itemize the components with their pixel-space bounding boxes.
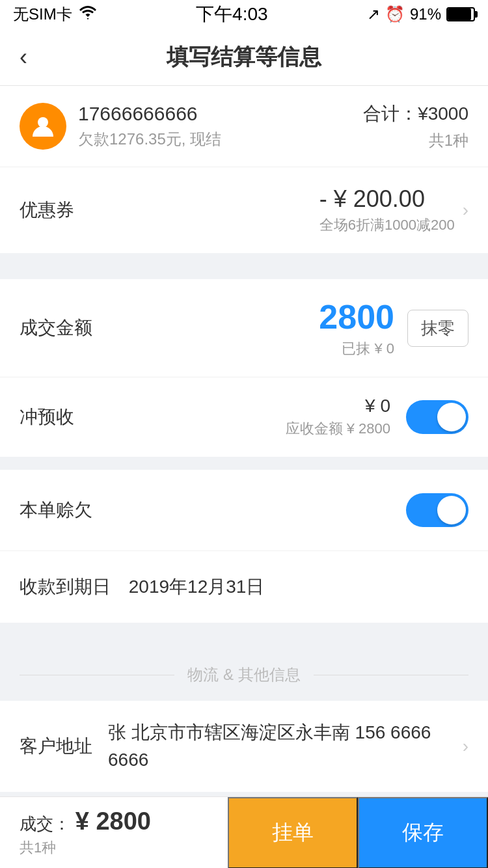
customer-card: 17666666666 欠款1276.35元, 现结 合计：¥3000 共1种 … (0, 86, 488, 253)
customer-phone: 17666666666 (78, 103, 221, 125)
customer-debt: 欠款1276.35元, 现结 (78, 129, 221, 150)
location-icon: ↗ (367, 5, 380, 23)
svg-point-0 (38, 117, 48, 128)
bottom-amount: ¥ 2800 (75, 807, 151, 835)
debt-card: 本单赊欠 收款到期日 2019年12月31日 (0, 470, 488, 623)
due-date-label: 收款到期日 (20, 576, 111, 597)
total-amount: 合计：¥3000 (363, 102, 468, 126)
back-button[interactable]: ‹ (20, 44, 27, 71)
prepaid-values: ¥ 0 应收金额 ¥ 2800 (286, 396, 390, 439)
debt-toggle[interactable] (406, 493, 468, 527)
status-bar-right: ↗ ⏰ 91% (367, 5, 475, 23)
customer-total: 合计：¥3000 共1种 (363, 102, 468, 151)
section-divider-3 (0, 636, 488, 649)
address-value: 张 北京市市辖区海淀区永丰南 156 6666 6666 (108, 719, 463, 774)
battery-percent: 91% (410, 5, 441, 23)
transaction-value: 2800 (319, 297, 394, 336)
amount-section: 成交金额 2800 已抹 ¥ 0 抹零 冲预收 ¥ 0 应收金额 ¥ 2800 (0, 279, 488, 457)
coupon-right: - ¥ 200.00 全场6折满1000减200 › (319, 185, 468, 235)
transaction-right: 2800 已抹 ¥ 0 抹零 (319, 297, 468, 359)
logistics-divider: 物流 & 其他信息 (0, 649, 488, 701)
prepaid-row: 冲预收 ¥ 0 应收金额 ¥ 2800 (0, 377, 488, 457)
save-button[interactable]: 保存 (358, 797, 488, 869)
debt-toggle-knob (437, 496, 466, 524)
debt-row: 本单赊欠 (0, 470, 488, 550)
due-date-row: 收款到期日 2019年12月31日 (0, 550, 488, 623)
pending-button[interactable]: 挂单 (228, 797, 358, 869)
divider-line-left (20, 675, 174, 675)
address-row[interactable]: 客户地址 张 北京市市辖区海淀区永丰南 156 6666 6666 › (0, 701, 488, 792)
prepaid-amount: ¥ 0 (286, 396, 390, 416)
status-bar-time: 下午4:03 (196, 2, 268, 27)
address-chevron-icon: › (463, 736, 468, 757)
customer-info-row: 17666666666 欠款1276.35元, 现结 合计：¥3000 共1种 (0, 86, 488, 167)
bottom-title-label: 成交： (20, 814, 70, 834)
coupon-desc: 全场6折满1000减200 (319, 215, 455, 235)
debt-label: 本单赊欠 (20, 498, 92, 522)
carrier-label: 无SIM卡 (13, 4, 72, 25)
coupon-discount: - ¥ 200.00 (319, 185, 455, 213)
bottom-summary: 成交： ¥ 2800 共1种 (0, 807, 228, 858)
status-bar-left: 无SIM卡 (13, 4, 97, 25)
transaction-value-group: 2800 已抹 ¥ 0 (319, 297, 394, 359)
logistics-label: 物流 & 其他信息 (187, 664, 300, 685)
clock-icon: ⏰ (385, 5, 405, 23)
main-content: 17666666666 欠款1276.35元, 现结 合计：¥3000 共1种 … (0, 86, 488, 868)
due-date-value: 2019年12月31日 (129, 576, 265, 597)
transaction-row: 成交金额 2800 已抹 ¥ 0 抹零 (0, 279, 488, 377)
nav-bar: ‹ 填写结算等信息 (0, 29, 488, 86)
round-button[interactable]: 抹零 (407, 310, 468, 347)
chevron-right-icon: › (463, 200, 468, 221)
wifi-icon (79, 5, 97, 23)
page-title: 填写结算等信息 (167, 42, 321, 72)
bottom-bar: 成交： ¥ 2800 共1种 挂单 保存 (0, 796, 488, 868)
prepaid-sub: 应收金额 ¥ 2800 (286, 419, 390, 439)
customer-left: 17666666666 欠款1276.35元, 现结 (20, 103, 221, 150)
avatar (20, 103, 66, 150)
coupon-row[interactable]: 优惠券 - ¥ 200.00 全场6折满1000减200 › (0, 167, 488, 253)
battery-icon (446, 7, 475, 21)
coupon-info: - ¥ 200.00 全场6折满1000减200 (319, 185, 455, 235)
divider-line-right (314, 675, 468, 675)
total-count: 共1种 (363, 130, 468, 151)
section-divider-1 (0, 266, 488, 279)
prepaid-label: 冲预收 (20, 405, 74, 429)
toggle-knob (437, 403, 466, 431)
bottom-count: 共1种 (20, 838, 208, 858)
status-bar: 无SIM卡 下午4:03 ↗ ⏰ 91% (0, 0, 488, 29)
bottom-title-row: 成交： ¥ 2800 (20, 807, 208, 835)
transaction-label: 成交金额 (20, 316, 92, 340)
customer-details: 17666666666 欠款1276.35元, 现结 (78, 103, 221, 150)
section-divider-2 (0, 457, 488, 470)
prepaid-right: ¥ 0 应收金额 ¥ 2800 (286, 396, 468, 439)
transaction-sub: 已抹 ¥ 0 (319, 339, 394, 359)
prepaid-toggle[interactable] (406, 400, 468, 434)
coupon-label: 优惠券 (20, 198, 74, 223)
address-label: 客户地址 (20, 734, 92, 759)
